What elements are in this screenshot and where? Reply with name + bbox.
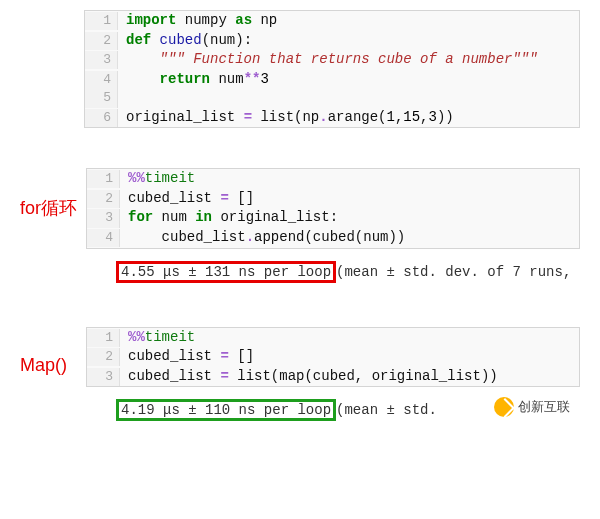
line-number: 3 [87, 209, 120, 227]
line-number: 3 [87, 368, 120, 386]
line-number: 4 [85, 71, 118, 89]
code-line: 1%%timeit [87, 328, 579, 348]
watermark-icon [494, 397, 514, 417]
code-text: cubed_list.append(cubed(num)) [120, 228, 405, 248]
code-line: 1import numpy as np [85, 11, 579, 31]
code-line: 4 cubed_list.append(cubed(num)) [87, 228, 579, 248]
code-line: 1%%timeit [87, 169, 579, 189]
line-number: 2 [85, 32, 118, 50]
watermark: 创新互联 [490, 395, 574, 419]
timing-highlight-for: 4.55 μs ± 131 ns per loop [116, 261, 336, 283]
code-text: for num in original_list: [120, 208, 338, 228]
code-text: %%timeit [120, 169, 195, 189]
code-text: cubed_list = [] [120, 347, 254, 367]
code-line: 2cubed_list = [] [87, 189, 579, 209]
section-for: for循环 1%%timeit2cubed_list = []3for num … [20, 168, 580, 286]
timing-highlight-map: 4.19 μs ± 110 ns per loop [116, 399, 336, 421]
page: 1import numpy as np2def cubed(num):3 """… [20, 10, 580, 425]
line-number: 1 [87, 170, 120, 188]
code-line: 3for num in original_list: [87, 208, 579, 228]
code-for: 1%%timeit2cubed_list = []3for num in ori… [86, 168, 580, 248]
code-text: cubed_list = [] [120, 189, 254, 209]
code-setup: 1import numpy as np2def cubed(num):3 """… [84, 10, 580, 128]
code-text: cubed_list = list(map(cubed, original_li… [120, 367, 498, 387]
timing-rest-map: (mean ± std. [336, 402, 437, 418]
line-number: 6 [85, 109, 118, 127]
code-text: def cubed(num): [118, 31, 252, 51]
code-text: """ Function that returns cube of a numb… [118, 50, 538, 70]
code-text: original_list = list(np.arange(1,15,3)) [118, 108, 454, 128]
code-line: 3cubed_list = list(map(cubed, original_l… [87, 367, 579, 387]
code-line: 6original_list = list(np.arange(1,15,3)) [85, 108, 579, 128]
code-text: return num**3 [118, 70, 269, 90]
line-number: 4 [87, 229, 120, 247]
line-number: 3 [85, 51, 118, 69]
code-line: 4 return num**3 [85, 70, 579, 90]
code-line: 5 [85, 89, 579, 107]
line-number: 1 [87, 329, 120, 347]
timing-for: 4.55 μs ± 131 ns per loop (mean ± std. d… [86, 257, 580, 287]
code-line: 2cubed_list = [] [87, 347, 579, 367]
section-title-for: for循环 [20, 196, 78, 220]
watermark-text: 创新互联 [518, 398, 570, 416]
code-map: 1%%timeit2cubed_list = []3cubed_list = l… [86, 327, 580, 388]
timing-rest-for: (mean ± std. dev. of 7 runs, [336, 264, 571, 280]
code-line: 2def cubed(num): [85, 31, 579, 51]
line-number: 5 [85, 89, 118, 107]
line-number: 2 [87, 348, 120, 366]
section-title-map: Map() [20, 355, 78, 376]
code-text: import numpy as np [118, 11, 277, 31]
line-number: 1 [85, 12, 118, 30]
code-text: %%timeit [120, 328, 195, 348]
line-number: 2 [87, 190, 120, 208]
code-line: 3 """ Function that returns cube of a nu… [85, 50, 579, 70]
